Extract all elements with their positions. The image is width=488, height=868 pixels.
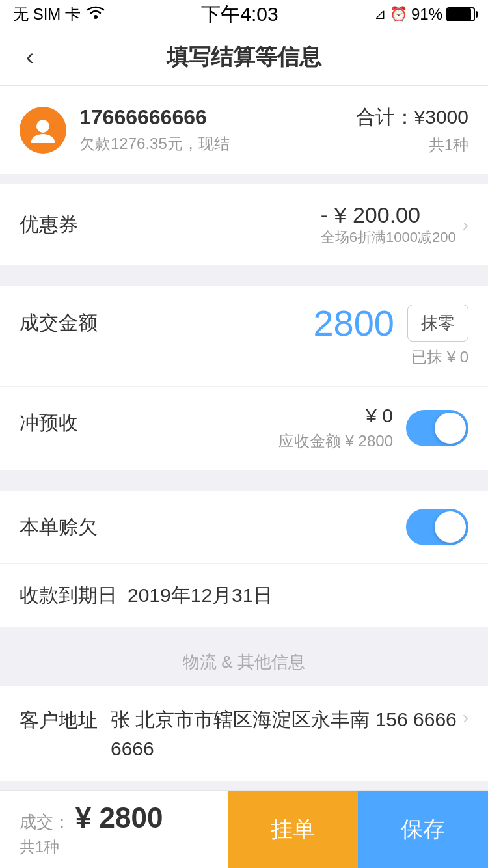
debit-toggle-knob xyxy=(435,511,466,543)
location-icon: ⊿ xyxy=(374,6,386,23)
status-bar: 无 SIM 卡 下午4:03 ⊿ ⏰ 91% xyxy=(0,0,488,29)
coupon-row[interactable]: 优惠券 - ¥ 200.00 全场6折满1000减200 › xyxy=(0,184,488,265)
duedate-value: 2019年12月31日 xyxy=(128,582,273,609)
battery-percent: 91% xyxy=(411,5,442,23)
deal-sub-text: 已抹 ¥ 0 xyxy=(20,347,468,368)
debit-label: 本单赊欠 xyxy=(20,514,98,541)
bottom-summary: 成交： ¥ 2800 共1种 xyxy=(0,802,228,858)
main-content: 17666666666 欠款1276.35元，现结 合计：¥3000 共1种 优… xyxy=(0,86,488,868)
address-label: 客户地址 xyxy=(20,705,98,734)
chevron-right-icon: › xyxy=(463,215,468,236)
prepay-label: 冲预收 xyxy=(20,405,78,437)
toggle-knob xyxy=(435,413,466,444)
address-value: 张 北京市市辖区海淀区永丰南 156 6666 6666 xyxy=(111,705,463,763)
address-chevron-icon: › xyxy=(463,705,468,728)
bottom-bar: 成交： ¥ 2800 共1种 挂单 保存 xyxy=(0,790,488,868)
svg-point-1 xyxy=(36,120,49,133)
deal-amount-label: 成交金额 xyxy=(20,310,98,336)
divider-label: 物流 & 其他信息 xyxy=(183,651,305,673)
hold-button[interactable]: 挂单 xyxy=(228,791,358,869)
page-title: 填写结算等信息 xyxy=(167,42,321,72)
divider-left-line xyxy=(20,662,170,662)
deal-amount-value: 2800 xyxy=(313,305,394,342)
alarm-icon: ⏰ xyxy=(390,6,407,23)
status-left: 无 SIM 卡 xyxy=(13,4,105,25)
logistics-divider: 物流 & 其他信息 xyxy=(0,638,488,686)
deal-amount-section: 成交金额 2800 抹零 已抹 ¥ 0 xyxy=(0,286,488,386)
coupon-description: 全场6折满1000减200 xyxy=(321,228,456,247)
prepay-toggle[interactable] xyxy=(406,410,468,446)
prepay-amount: ¥ 0 xyxy=(278,405,393,427)
total-amount: 合计：¥3000 xyxy=(356,104,468,131)
time-display: 下午4:03 xyxy=(201,1,278,28)
status-right: ⊿ ⏰ 91% xyxy=(374,5,475,23)
prepay-receivable: 应收金额 ¥ 2800 xyxy=(278,431,393,452)
total-count: 共1种 xyxy=(356,135,468,156)
prepay-section: 冲预收 ¥ 0 应收金额 ¥ 2800 xyxy=(0,386,488,470)
summary-deal-label: 成交： xyxy=(20,812,70,832)
section-separator-2 xyxy=(0,470,488,480)
nav-bar: ‹ 填写结算等信息 xyxy=(0,29,488,86)
debit-toggle[interactable] xyxy=(406,509,468,545)
summary-amount: ¥ 2800 xyxy=(75,802,163,834)
wifi-icon xyxy=(86,5,105,23)
svg-point-0 xyxy=(94,15,98,19)
back-button[interactable]: ‹ xyxy=(20,37,40,77)
battery-icon xyxy=(446,7,475,21)
save-button[interactable]: 保存 xyxy=(358,791,488,869)
coupon-label: 优惠券 xyxy=(20,211,78,238)
divider-right-line xyxy=(318,662,468,662)
duedate-section: 收款到期日 2019年12月31日 xyxy=(0,564,488,627)
duedate-label: 收款到期日 xyxy=(20,582,117,609)
customer-card: 17666666666 欠款1276.35元，现结 合计：¥3000 共1种 xyxy=(0,86,488,174)
address-section[interactable]: 客户地址 张 北京市市辖区海淀区永丰南 156 6666 6666 › xyxy=(0,686,488,781)
section-separator-1 xyxy=(0,276,488,286)
debit-section: 本单赊欠 xyxy=(0,491,488,563)
svg-point-2 xyxy=(31,134,55,143)
customer-phone: 17666666666 xyxy=(79,105,230,129)
carrier-text: 无 SIM 卡 xyxy=(13,4,81,25)
customer-debt: 欠款1276.35元，现结 xyxy=(79,133,230,154)
summary-count: 共1种 xyxy=(20,837,208,858)
coupon-discount: - ¥ 200.00 xyxy=(321,202,456,228)
round-button[interactable]: 抹零 xyxy=(407,305,468,342)
avatar xyxy=(20,107,66,154)
